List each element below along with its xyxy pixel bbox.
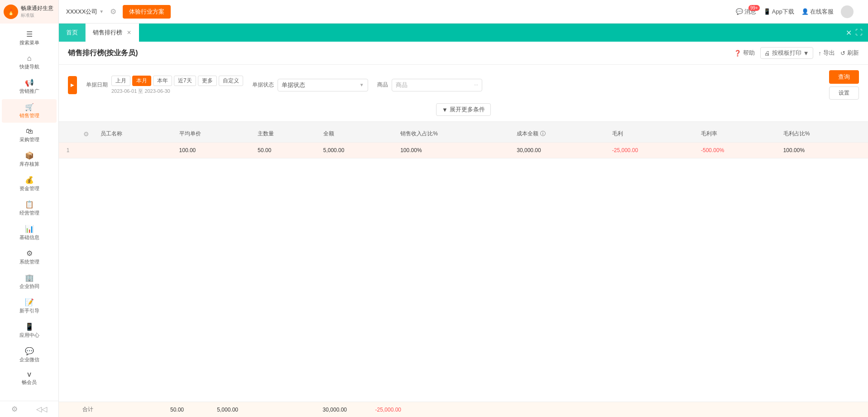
print-icon: 🖨 [764,50,770,57]
help-icon: ❓ [734,50,741,57]
quick-nav-icon: ⌂ [27,54,32,62]
current-year-btn[interactable]: 本年 [153,76,172,86]
inventory-icon: 📦 [25,151,34,160]
export-label: 导出 [823,49,835,57]
service-icon: 👤 [801,8,809,15]
status-select-value: 单据状态 [282,81,305,89]
expand-window-icon[interactable]: ⛶ [855,29,863,37]
tab-home[interactable]: 首页 [59,24,86,42]
last-7-days-btn[interactable]: 近7天 [174,76,196,86]
goods-select-dots: ··· [474,82,478,87]
th-employee: 员工名称 [95,125,174,143]
sidebar-item-label: 搜索菜单 [19,39,39,46]
sidebar-item-label: 销售管理 [19,112,39,119]
cell-avg-price: 100.00 [174,143,253,158]
th-rank [59,125,77,143]
th-gross-margin: 毛利率 [695,125,778,143]
status-select[interactable]: 单据状态 ▼ [278,79,368,91]
sidebar-item-wechat[interactable]: 💬 企业微信 [2,343,57,367]
sidebar-item-marketing[interactable]: 📢 营销推广 [2,75,57,98]
status-select-arrow: ▼ [360,82,364,87]
more-date-btn[interactable]: 更多 [198,76,217,86]
th-amount: 全额 [318,125,395,143]
close-window-icon[interactable]: ✕ [846,29,852,37]
sidebar-item-finance[interactable]: 💰 资金管理 [2,172,57,196]
message-button[interactable]: 💬 消息 99+ [736,8,756,16]
help-button[interactable]: ❓ 帮助 [734,49,755,57]
query-button[interactable]: 查询 [829,70,859,84]
sales-rank-table: ⚙ 员工名称 平均单价 主数量 全额 销售收入占比% 成本全额 ⓘ 毛利 毛利率… [59,125,868,158]
sidebar-item-app-center[interactable]: 📱 应用中心 [2,319,57,342]
online-service-button[interactable]: 👤 在线客服 [801,8,834,16]
tabbar: 首页 销售排行榜 ✕ ✕ ⛶ [59,24,868,42]
tab-sales-rank[interactable]: 销售排行榜 ✕ [86,24,139,42]
sidebar-item-label: 采购管理 [19,136,39,143]
sidebar-item-label: 企业协同 [19,283,39,290]
app-icon: 📱 [763,8,771,15]
sidebar-item-member[interactable]: V 畅会员 [2,368,57,389]
sidebar-item-enterprise[interactable]: 🏢 企业协同 [2,270,57,293]
table-header-row: ⚙ 员工名称 平均单价 主数量 全额 销售收入占比% 成本全额 ⓘ 毛利 毛利率… [59,125,868,143]
company-dropdown-icon: ▼ [99,9,104,14]
wechat-icon: 💬 [25,347,34,355]
sidebar-logo: 🔥 畅康通好生意 标准版 [0,0,58,24]
export-button[interactable]: ↑ 导出 [819,49,835,57]
sidebar-bottom: ⚙ ◁◁ [0,401,58,417]
topbar-company[interactable]: XXXXX公司 ▼ [66,8,104,16]
sidebar-collapse-btn[interactable]: ◁◁ [36,405,47,413]
sidebar-item-label: 新手引导 [19,307,39,314]
sidebar-settings-btn[interactable]: ⚙ [11,405,18,413]
sidebar-item-search-order[interactable]: ☰ 搜索菜单 [2,26,57,50]
expand-label: 展开更多条件 [450,105,485,114]
cell-amount: 5,000.00 [318,143,395,158]
settings-button[interactable]: 设置 [829,86,859,100]
goods-select[interactable]: 商品 ··· [392,79,482,91]
current-month-btn[interactable]: 本月 [132,76,151,86]
filter-toggle-btn[interactable]: ▶ [68,76,77,94]
cell-gross-profit: -25,000.00 [607,143,695,158]
page-header: 销售排行榜(按业务员) ❓ 帮助 🖨 按模板打印 ▼ ↑ 导出 ↺ 刷新 [59,42,868,65]
sidebar-item-quick-nav[interactable]: ⌂ 快捷导航 [2,51,57,74]
goods-filter: 商品 商品 ··· [377,79,482,91]
sidebar-item-guide[interactable]: 📝 新手引导 [2,294,57,318]
topbar: XXXXX公司 ▼ ⚙ 体验行业方案 💬 消息 99+ 📱 App下载 👤 在线… [59,0,868,24]
logo-name: 畅康通好生意 [21,5,53,12]
expand-icon: ▼ [442,106,448,113]
sidebar-item-purchase[interactable]: 🛍 采购管理 [2,124,57,147]
tab-close-icon[interactable]: ✕ [127,29,131,36]
sidebar-item-system[interactable]: ⚙ 系统管理 [2,245,57,269]
template-print-label: 按模板打印 [772,49,801,57]
cell-cost-amount: 30,000.00 [511,143,607,158]
custom-date-btn[interactable]: 自定义 [219,76,243,86]
refresh-button[interactable]: ↺ 刷新 [840,49,859,57]
sidebar-item-basic-info[interactable]: 📊 基础信息 [2,221,57,244]
sidebar-nav: ☰ 搜索菜单 ⌂ 快捷导航 📢 营销推广 🛒 销售管理 🛍 采购管理 📦 库存核… [0,24,58,401]
user-avatar[interactable] [841,5,854,18]
goods-select-placeholder: 商品 [396,81,408,89]
date-buttons: 上月 本月 本年 近7天 更多 自定义 [111,76,243,86]
th-avg-price: 平均单价 [174,125,253,143]
cell-main-qty: 50.00 [252,143,318,158]
sidebar-item-label: 快捷导航 [19,63,39,70]
try-industry-button[interactable]: 体验行业方案 [123,5,171,19]
message-icon: 💬 [736,8,743,15]
column-settings-icon[interactable]: ⚙ [83,130,89,138]
sidebar-item-inventory[interactable]: 📦 库存核算 [2,148,57,171]
sidebar-item-label: 资金管理 [19,185,39,192]
sidebar-item-label: 系统管理 [19,259,39,265]
template-print-button[interactable]: 🖨 按模板打印 ▼ [760,47,813,59]
sidebar-item-sales[interactable]: 🛒 销售管理 [2,99,57,123]
company-name: XXXXX公司 [66,8,97,16]
topbar-settings-icon[interactable]: ⚙ [110,7,116,16]
last-month-btn[interactable]: 上月 [111,76,130,86]
app-center-icon: 📱 [25,322,34,331]
sidebar-item-operation[interactable]: 📋 经营管理 [2,197,57,220]
app-download-button[interactable]: 📱 App下载 [763,8,794,16]
expand-conditions-button[interactable]: ▼ 展开更多条件 [436,103,491,116]
basic-info-icon: 📊 [25,225,34,233]
system-icon: ⚙ [26,249,33,258]
goods-filter-label: 商品 [377,81,388,89]
sidebar-item-label: 经营管理 [19,210,39,216]
cell-gross-pct: 100.00% [778,143,868,158]
main-area: XXXXX公司 ▼ ⚙ 体验行业方案 💬 消息 99+ 📱 App下载 👤 在线… [59,0,868,417]
